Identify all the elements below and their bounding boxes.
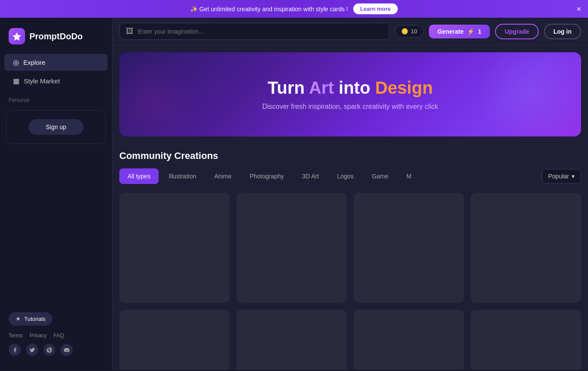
image-card-7[interactable]	[354, 310, 464, 370]
filter-tab-anime[interactable]: Anime	[206, 168, 240, 184]
filter-tab-more[interactable]: M	[398, 168, 420, 184]
image-grid-row1	[119, 193, 581, 303]
hero-banner: Turn Art into Design Discover fresh insp…	[119, 52, 581, 136]
lightning-icon: ⚡	[467, 28, 474, 35]
filter-tab-3d-art[interactable]: 3D Art	[294, 168, 327, 184]
personal-box: Sign up	[6, 110, 106, 144]
sort-label: Popular	[548, 173, 569, 180]
tutorials-icon: ☀	[16, 316, 21, 322]
sidebar-item-explore-label: Explore	[23, 59, 45, 66]
filter-tab-illustration[interactable]: Illustration	[160, 168, 205, 184]
sort-dropdown[interactable]: Popular ▾	[542, 169, 581, 184]
privacy-link[interactable]: Privacy	[30, 333, 47, 339]
credits-icon: 🪙	[401, 28, 408, 35]
tutorials-button[interactable]: ☀ Tutorials	[9, 312, 52, 326]
pinterest-icon[interactable]	[43, 344, 55, 356]
community-title: Community Creations	[119, 150, 581, 162]
tutorials-label: Tutorials	[24, 316, 45, 322]
upgrade-button[interactable]: Upgrade	[495, 24, 539, 39]
login-button[interactable]: Log in	[544, 24, 581, 39]
filter-tab-photography[interactable]: Photography	[241, 168, 292, 184]
main-content: 🖼 🪙 10 Generate ⚡ 1 Upgrade Log in Turn …	[112, 18, 588, 370]
sign-up-button[interactable]: Sign up	[29, 119, 83, 135]
search-input[interactable]	[138, 28, 383, 35]
sidebar: PromptDoDo ◎ Explore ▦ Style Market Pers…	[0, 18, 112, 370]
sidebar-bottom: ☀ Tutorials Terms Privacy FAQ	[0, 305, 112, 363]
top-banner: ✨ Get unlimited creativity and inspirati…	[0, 0, 588, 18]
twitter-icon[interactable]	[26, 344, 38, 356]
hero-title-mid: into	[334, 78, 375, 97]
image-card-2[interactable]	[236, 193, 347, 303]
filter-tab-game[interactable]: Game	[364, 168, 396, 184]
social-icons	[9, 344, 103, 356]
image-card-4[interactable]	[471, 193, 581, 303]
learn-more-button[interactable]: Learn more	[353, 3, 398, 14]
community-section: Community Creations All types Illustrati…	[112, 143, 588, 370]
hero-art: Art	[309, 78, 334, 97]
image-card-5[interactable]	[119, 310, 230, 370]
image-grid-row2	[119, 310, 581, 370]
image-card-8[interactable]	[471, 310, 581, 370]
top-bar: 🖼 🪙 10 Generate ⚡ 1 Upgrade Log in	[112, 18, 588, 45]
image-card-3[interactable]	[354, 193, 464, 303]
credits-count: 10	[411, 28, 417, 35]
logo: PromptDoDo	[0, 25, 112, 53]
facebook-icon[interactable]	[9, 344, 21, 356]
sidebar-item-explore[interactable]: ◎ Explore	[4, 54, 108, 71]
filter-tabs: All types Illustration Anime Photography…	[119, 168, 581, 184]
hero-design: Design	[375, 78, 433, 97]
chevron-down-icon: ▾	[572, 173, 575, 180]
explore-icon: ◎	[13, 58, 19, 67]
footer-links: Terms Privacy FAQ	[9, 333, 103, 339]
app-layout: PromptDoDo ◎ Explore ▦ Style Market Pers…	[0, 18, 588, 370]
hero-subtitle: Discover fresh inspiration, spark creati…	[262, 103, 438, 111]
generate-label: Generate	[438, 28, 464, 35]
generate-button[interactable]: Generate ⚡ 1	[429, 25, 490, 38]
image-card-1[interactable]	[119, 193, 230, 303]
banner-close-button[interactable]: ×	[576, 5, 581, 13]
image-icon: 🖼	[126, 27, 134, 36]
generate-count: 1	[478, 28, 481, 35]
hero-title-before: Turn	[268, 78, 309, 97]
search-container: 🖼	[119, 23, 390, 40]
credits-badge: 🪙 10	[395, 25, 423, 38]
style-market-icon: ▦	[13, 77, 19, 85]
sidebar-item-style-market[interactable]: ▦ Style Market	[4, 73, 108, 89]
filter-tab-all-types[interactable]: All types	[119, 168, 159, 184]
hero-title: Turn Art into Design	[268, 78, 433, 98]
image-card-6[interactable]	[236, 310, 347, 370]
logo-icon	[9, 28, 25, 44]
banner-text: ✨ Get unlimited creativity and inspirati…	[190, 6, 348, 13]
discord-icon[interactable]	[61, 344, 73, 356]
terms-link[interactable]: Terms	[9, 333, 23, 339]
sidebar-item-style-market-label: Style Market	[24, 77, 60, 85]
faq-link[interactable]: FAQ	[54, 333, 64, 339]
logo-text: PromptDoDo	[29, 32, 83, 41]
personal-label: Personal	[0, 90, 112, 107]
filter-tab-logos[interactable]: Logos	[329, 168, 362, 184]
